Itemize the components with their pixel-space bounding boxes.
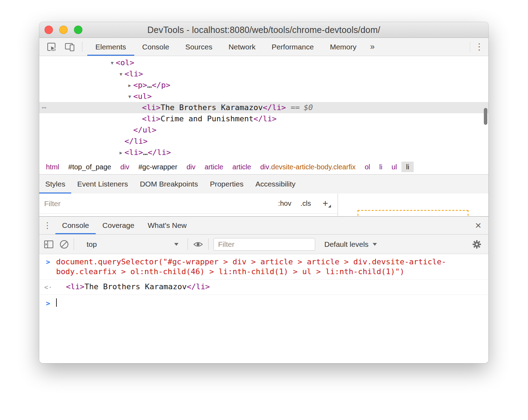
window-title: DevTools - localhost:8080/web/tools/chro… [147, 25, 380, 35]
breadcrumb-item[interactable]: html [41, 162, 64, 172]
dom-tree-node[interactable]: </li> [39, 136, 488, 147]
drawer-tabs: ⋮ Console Coverage What's New × [39, 217, 488, 235]
result-return-icon: <· [44, 282, 52, 292]
tab-styles[interactable]: Styles [39, 175, 71, 194]
console-settings-gear-icon[interactable] [471, 238, 483, 250]
chevron-down-icon [174, 243, 178, 246]
expand-arrow-icon[interactable]: ▶ [126, 80, 133, 91]
console-messages: > document.querySelector("#gc-wrapper > … [39, 254, 488, 307]
tab-dom-breakpoints[interactable]: DOM Breakpoints [134, 175, 204, 194]
console-sidebar-icon[interactable] [43, 238, 55, 250]
new-style-rule-button[interactable]: + [320, 198, 331, 209]
drawer-menu-icon[interactable]: ⋮ [39, 217, 55, 234]
log-levels-select[interactable]: Default levels [321, 235, 380, 254]
prompt-chevron-icon: > [46, 299, 50, 307]
styles-filter-input[interactable] [39, 199, 187, 208]
dom-tree-node[interactable]: ▼<li> [39, 68, 488, 80]
toolbar-separator [188, 238, 188, 250]
drawer-tab-whats-new[interactable]: What's New [141, 217, 193, 234]
breadcrumb: html #top_of_page div #gc-wrapper div ar… [39, 160, 488, 174]
breadcrumb-item-selected[interactable]: li [401, 162, 414, 172]
tab-sources[interactable]: Sources [177, 38, 221, 56]
chevron-down-icon [373, 243, 377, 246]
dom-tree-node[interactable]: <li>Crime and Punishment</li> [39, 113, 488, 124]
dom-tree-node[interactable]: ▼<ol> [39, 57, 488, 68]
expand-arrow-icon[interactable]: ▼ [109, 57, 116, 69]
breadcrumb-item[interactable]: div [182, 162, 200, 172]
tab-memory[interactable]: Memory [322, 38, 365, 56]
breadcrumb-item[interactable]: div [116, 162, 134, 172]
breadcrumb-item[interactable]: ol [360, 162, 375, 172]
metrics-pane [338, 194, 488, 216]
clear-console-icon[interactable] [58, 238, 70, 250]
close-window-button[interactable] [45, 26, 53, 34]
titlebar: DevTools - localhost:8080/web/tools/chro… [39, 22, 488, 38]
tab-event-listeners[interactable]: Event Listeners [71, 175, 134, 194]
breadcrumb-item[interactable]: article [200, 162, 228, 172]
toolbar-separator [74, 238, 74, 250]
expand-arrow-icon[interactable]: ▶ [117, 147, 124, 158]
console-toolbar: top Default levels [39, 235, 488, 254]
dom-tree-node[interactable]: </ul> [39, 124, 488, 136]
drawer-tab-coverage[interactable]: Coverage [96, 217, 141, 234]
dom-tree-node[interactable]: ▶<p>…</p> [39, 80, 488, 91]
text-caret [56, 298, 57, 307]
breadcrumb-item[interactable]: ul [387, 162, 402, 172]
element-size-preview [358, 210, 468, 216]
main-toolbar: Elements Console Sources Network Perform… [39, 38, 488, 56]
toolbar-separator [82, 42, 82, 52]
panel-tabs: Elements Console Sources Network Perform… [87, 38, 380, 56]
dom-tree-panel: ▼<ol> ▼<li> ▶<p>…</p> ▼<ul> ⋯<li>The Bro… [39, 56, 488, 160]
vertical-scrollbar[interactable] [484, 108, 487, 125]
styles-panel: :hov .cls + [39, 194, 488, 216]
new-rule-menu-icon [328, 205, 331, 208]
toolbar-separator [208, 238, 209, 250]
dom-tree-node[interactable]: ▶<li>…</li> [39, 147, 488, 158]
console-filter-input[interactable] [214, 238, 315, 251]
close-drawer-icon[interactable]: × [468, 217, 488, 234]
zoom-window-button[interactable] [74, 26, 82, 34]
toggle-hover-state-button[interactable]: :hov [278, 199, 291, 208]
expand-arrow-icon[interactable]: ▼ [126, 91, 133, 102]
console-result-message[interactable]: <· <li>The Brothers Karamazov</li> [39, 280, 488, 295]
toggle-element-classes-button[interactable]: .cls [300, 199, 311, 208]
breadcrumb-item[interactable]: li [375, 162, 387, 172]
tab-console[interactable]: Console [134, 38, 177, 56]
sidebar-tabs: Styles Event Listeners DOM Breakpoints P… [39, 174, 488, 194]
device-toolbar-icon[interactable] [64, 41, 76, 53]
breadcrumb-item[interactable]: div.devsite-article-body.clearfix [256, 162, 360, 172]
console-variable-badge: $0 [304, 103, 313, 112]
drawer-tab-console[interactable]: Console [55, 217, 96, 234]
console-drawer: ⋮ Console Coverage What's New × [39, 216, 488, 363]
tab-elements[interactable]: Elements [87, 38, 134, 56]
breadcrumb-item[interactable]: #top_of_page [64, 162, 116, 172]
console-command-text: document.querySelector("#gc-wrapper > di… [56, 257, 448, 277]
tab-properties[interactable]: Properties [204, 175, 250, 194]
tab-accessibility[interactable]: Accessibility [249, 175, 301, 194]
traffic-lights [45, 26, 82, 34]
minimize-window-button[interactable] [59, 26, 68, 34]
main-menu-icon[interactable]: ⋮ [470, 38, 488, 56]
breadcrumb-item[interactable]: #gc-wrapper [134, 162, 182, 172]
dom-tree-node-selected[interactable]: ⋯<li>The Brothers Karamazov</li>==$0 [39, 102, 488, 113]
console-prompt[interactable]: > [39, 295, 488, 307]
inspect-element-icon[interactable] [46, 41, 57, 53]
dom-tree-node[interactable]: ▼<ul> [39, 91, 488, 102]
execution-context-select[interactable]: top [78, 235, 183, 254]
console-command-message: > document.querySelector("#gc-wrapper > … [39, 254, 488, 280]
live-expression-eye-icon[interactable] [192, 238, 204, 250]
equals-badge: == [291, 103, 300, 112]
breadcrumb-item[interactable]: article [228, 162, 256, 172]
command-prompt-icon: > [46, 258, 50, 266]
tab-performance[interactable]: Performance [264, 38, 322, 56]
devtools-window: DevTools - localhost:8080/web/tools/chro… [39, 22, 488, 363]
tab-network[interactable]: Network [221, 38, 264, 56]
more-actions-icon[interactable]: ⋯ [42, 102, 46, 113]
more-tabs-icon[interactable]: » [365, 38, 380, 56]
expand-arrow-icon[interactable]: ▼ [117, 69, 124, 80]
